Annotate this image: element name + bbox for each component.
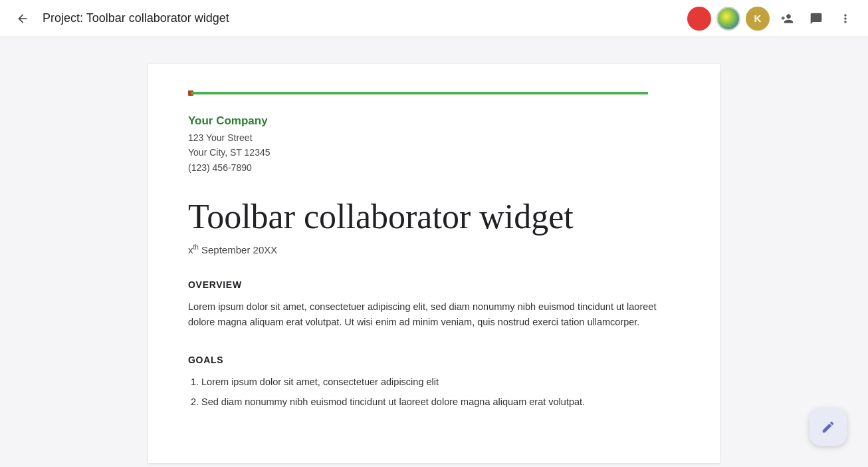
- company-phone: (123) 456-7890: [188, 160, 680, 175]
- back-button[interactable]: [11, 7, 35, 31]
- company-city: Your City, ST 12345: [188, 145, 680, 160]
- topbar-actions: K: [687, 7, 857, 31]
- goals-list: Lorem ipsum dolor sit amet, consectetuer…: [201, 375, 680, 410]
- date-suffix: September 20XX: [199, 244, 277, 255]
- goals-section: GOALS Lorem ipsum dolor sit amet, consec…: [188, 355, 680, 410]
- fab-edit-button[interactable]: [810, 408, 847, 446]
- goals-item-2: Sed diam nonummy nibh euismod tincidunt …: [201, 394, 680, 410]
- avatar-red[interactable]: [687, 7, 711, 31]
- company-name: Your Company: [188, 114, 680, 128]
- date-prefix: x: [188, 244, 193, 255]
- topbar: Project: Toolbar collaborator widget K: [0, 0, 868, 37]
- document-title: Toolbar collaborator widget: [188, 196, 680, 237]
- page-title: Project: Toolbar collaborator widget: [43, 11, 679, 25]
- avatar-kia[interactable]: [716, 7, 740, 31]
- doc-page: Your Company 123 Your Street Your City, …: [148, 64, 720, 463]
- overview-section: OVERVIEW Lorem ipsum dolor sit amet, con…: [188, 279, 680, 331]
- company-address: 123 Your Street Your City, ST 12345 (123…: [188, 130, 680, 175]
- progress-bar-container: [188, 90, 680, 96]
- avatar-kia-inner: [718, 8, 739, 29]
- overview-heading: OVERVIEW: [188, 279, 680, 290]
- avatar-k[interactable]: K: [746, 7, 770, 31]
- goals-item-1: Lorem ipsum dolor sit amet, consectetuer…: [201, 375, 680, 390]
- goals-heading: GOALS: [188, 355, 680, 365]
- overview-body: Lorem ipsum dolor sit amet, consectetuer…: [188, 299, 680, 331]
- company-header: Your Company 123 Your Street Your City, …: [188, 114, 680, 175]
- company-street: 123 Your Street: [188, 130, 680, 145]
- more-options-button[interactable]: [833, 7, 857, 31]
- document-area: Your Company 123 Your Street Your City, …: [0, 37, 868, 467]
- progress-bar-fill: [191, 92, 648, 94]
- comment-button[interactable]: [804, 7, 828, 31]
- add-people-button[interactable]: [775, 7, 799, 31]
- date-superscript: th: [193, 243, 199, 251]
- document-date: xth September 20XX: [188, 243, 680, 255]
